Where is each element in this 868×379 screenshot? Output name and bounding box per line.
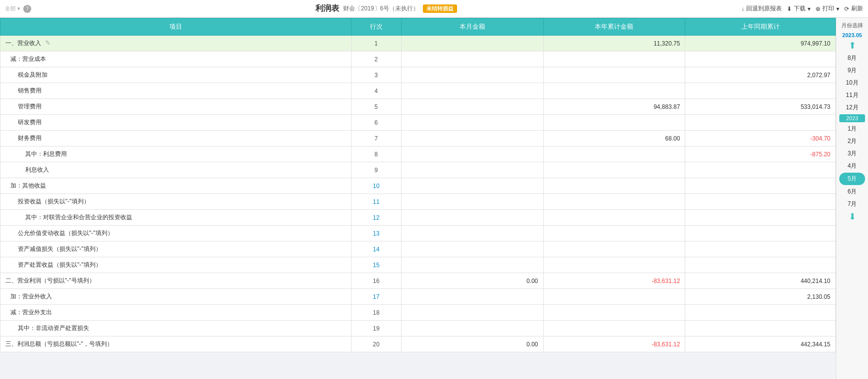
prev-year-amount [685,226,836,241]
table-row: 其中：利息费用8-875.20 [0,146,836,162]
month-item[interactable]: 11月 [836,89,868,101]
download-button[interactable]: ⬇ 下载 ▾ [787,4,811,13]
month-amount [401,146,543,162]
month-amount [401,178,543,194]
row-label: 资产减值损失（损失以"-"填列） [0,241,352,257]
month-item[interactable]: 1月 [836,123,868,135]
prev-year-amount [685,162,836,178]
month-item[interactable]: 5月 [839,173,865,185]
month-amount [401,51,543,67]
status-badge: 未结转损益 [423,4,457,13]
month-amount [401,115,543,131]
prev-year-amount: 2,072.97 [685,67,836,83]
prev-year-amount: 2,130.05 [685,289,836,305]
refresh-button[interactable]: ⟳ 刷新 [844,4,863,13]
ytd-amount: 11,320.75 [543,36,685,51]
report-title: 利润表 [315,3,339,14]
page-title-area: 利润表 财会〔2019〕6号（未执行） 未结转损益 [315,3,457,14]
ytd-amount [543,321,685,336]
scroll-down-arrow[interactable]: ⬇ [849,210,856,223]
edit-icon[interactable]: ✎ [43,39,51,47]
ytd-amount: -83,631.12 [543,336,685,352]
prev-year-amount [685,257,836,273]
scope-dropdown[interactable]: 全部 ▾ [5,5,20,12]
table-row: 管理费用594,883.87533,014.73 [0,99,836,115]
row-label: 其中：非流动资产处置损失 [0,321,352,336]
table-header-row: 项目 行次 本月金额 本年累计金额 上年同期累计 [0,18,836,36]
ytd-amount [543,162,685,178]
row-label: 三、利润总额（亏损总额以"-"，号填列） [0,336,352,352]
row-number: 6 [351,115,401,131]
month-item[interactable]: 9月 [836,64,868,77]
row-number: 10 [351,178,401,194]
help-icon[interactable]: ? [23,5,31,13]
table-row: 资产减值损失（损失以"-"填列）14 [0,241,836,257]
month-item[interactable]: 8月 [836,52,868,64]
row-number: 2 [351,51,401,67]
ytd-amount [543,226,685,241]
row-number: 5 [351,99,401,115]
month-amount [401,257,543,273]
row-number: 13 [351,226,401,241]
month-amount [401,162,543,178]
row-number: 9 [351,162,401,178]
row-number: 16 [351,273,401,289]
report-table-wrapper: 项目 行次 本月金额 本年累计金额 上年同期累计 一、营业收入 ✎111,320… [0,18,836,352]
table-row: 其中：对联营企业和合营企业的投资收益12 [0,210,836,226]
back-icon: ↓ [741,5,744,12]
row-number: 20 [351,336,401,352]
month-amount [401,226,543,241]
content-area: 项目 行次 本月金额 本年累计金额 上年同期累计 一、营业收入 ✎111,320… [0,18,836,379]
refresh-icon: ⟳ [844,5,849,12]
row-number: 17 [351,289,401,305]
prev-year-amount [685,115,836,131]
row-label: 其中：利息费用 [0,146,352,162]
month-amount: 0.00 [401,273,543,289]
ytd-amount [543,67,685,83]
month-selector-sidebar: 月份选择 2023.05 ⬆ 8月9月10月11月12月20231月2月3月4月… [836,18,868,379]
prev-year-amount [685,83,836,99]
report-subtitle: 财会〔2019〕6号（未执行） [343,4,419,13]
prev-year-amount [685,210,836,226]
print-button[interactable]: ⊕ 打印 ▾ [816,4,839,13]
prev-year-amount: -875.20 [685,146,836,162]
month-amount [401,36,543,51]
row-number: 7 [351,131,401,146]
ytd-amount [543,83,685,99]
report-table: 项目 行次 本月金额 本年累计金额 上年同期累计 一、营业收入 ✎111,320… [0,18,836,352]
row-number: 19 [351,321,401,336]
row-number: 18 [351,305,401,321]
top-bar: 全部 ▾ ? 利润表 财会〔2019〕6号（未执行） 未结转损益 ↓ 回退到原报… [0,0,868,18]
prev-year-amount: 442,344.15 [685,336,836,352]
row-number: 1 [351,36,401,51]
chevron-down-icon: ▾ [17,5,20,12]
month-item[interactable]: 2月 [836,135,868,147]
row-label: 减：营业外支出 [0,305,352,321]
row-label: 税金及附加 [0,67,352,83]
chevron-down-icon: ▾ [808,5,811,12]
month-item[interactable]: 3月 [836,147,868,160]
scroll-up-arrow[interactable]: ⬆ [849,39,856,52]
month-amount [401,67,543,83]
row-number: 11 [351,194,401,210]
row-label: 财务费用 [0,131,352,146]
ytd-amount [543,178,685,194]
month-item[interactable]: 6月 [836,186,868,198]
month-item[interactable]: 12月 [836,101,868,114]
table-row: 财务费用768.00-304.70 [0,131,836,146]
month-item[interactable]: 10月 [836,77,868,89]
prev-year-amount: 533,014.73 [685,99,836,115]
row-label: 研发费用 [0,115,352,131]
table-row: 二、营业利润（亏损以"-"号填列）160.00-83,631.12440,214… [0,273,836,289]
month-item[interactable]: 2023 [839,114,865,122]
month-item[interactable]: 7月 [836,198,868,210]
month-amount [401,210,543,226]
month-amount [401,194,543,210]
table-row: 加：其他收益10 [0,178,836,194]
row-label: 加：其他收益 [0,178,352,194]
month-amount [401,83,543,99]
month-item[interactable]: 4月 [836,160,868,172]
ytd-amount [543,289,685,305]
ytd-amount [543,241,685,257]
back-button[interactable]: ↓ 回退到原报表 [741,4,782,13]
